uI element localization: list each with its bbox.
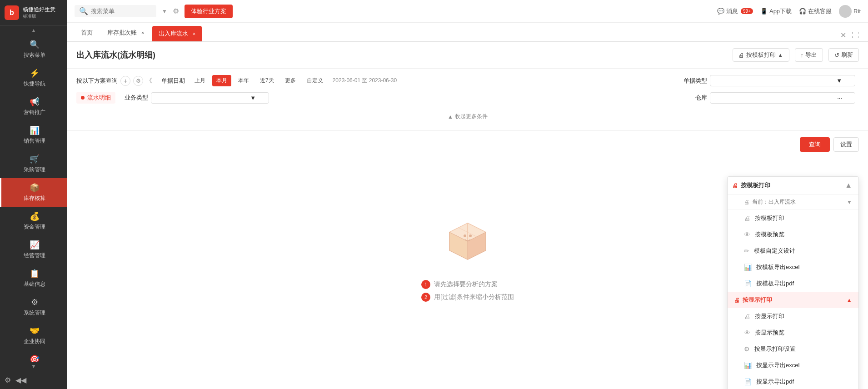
refresh-label: 刷新 [841,51,853,59]
marketing-icon: 📢 [30,97,40,107]
print-item-template-design[interactable]: ✏ 模板自定义设计 [728,243,858,259]
sidebar-scroll-up[interactable]: ▲ [0,26,67,35]
export-label: 导出 [805,51,817,59]
print-section-display[interactable]: 🖨 按显示打印 ▲ [728,292,858,308]
sidebar-item-system[interactable]: ⚙ 系统管理 [0,293,67,321]
tabs-right-btns: ✕ ⛶ [838,29,861,41]
date-btn-custom[interactable]: 自定义 [303,75,327,86]
tab-close-all-icon[interactable]: ✕ [838,29,848,41]
date-btn-7days[interactable]: 近7天 [256,75,278,86]
tab-inout-close-icon[interactable]: × [193,31,195,36]
sidebar-item-marketing[interactable]: 📢 营销推广 [0,92,67,121]
warehouse-select[interactable]: ··· [710,92,855,104]
date-btn-more[interactable]: 更多 [281,75,300,86]
sidebar-item-basic-info[interactable]: 📋 基础信息 [0,264,67,293]
basic-info-icon: 📋 [30,269,40,279]
date-btn-this-month[interactable]: 本月 [212,75,231,86]
filter-scheme-label: 按以下方案查询 + ⚙ 《 [76,76,152,86]
print-item-display-excel[interactable]: 📊 按显示导出excel [728,357,858,374]
date-btn-this-year[interactable]: 本年 [234,75,253,86]
step-1-num: 1 [421,280,430,289]
current-template-text: 当前：出入库流水 [752,198,796,206]
template-print-icon: 🖨 [744,214,750,222]
print-item-display-print[interactable]: 🖨 按显示打印 [728,308,858,324]
sidebar-item-finance[interactable]: 💰 资金管理 [0,207,67,235]
sidebar-item-guide[interactable]: 🎯 新手引导 [0,350,67,362]
template-pdf-label: 按模板导出pdf [756,279,794,288]
date-range-display: 2023-06-01 至 2023-06-30 [333,77,397,85]
print-dropdown-title: 🖨 按模板打印 [732,181,770,190]
topbar-chevron-icon[interactable]: ▼ [162,8,167,15]
print-item-display-settings[interactable]: ⚙ 按显示打印设置 [728,341,858,357]
customer-service-icon: 🎧 [799,8,806,15]
trial-btn[interactable]: 体验行业方案 [185,5,233,18]
sidebar-scroll-down[interactable]: ▼ [0,362,67,371]
settings-bottom-icon[interactable]: ⚙ [5,376,11,384]
inventory-icon: 📦 [30,183,40,193]
search-input[interactable] [91,8,150,15]
display-print-label: 按显示打印 [755,312,784,320]
app-download-btn[interactable]: 📱 App下载 [760,7,792,15]
step-2-text: 用[过滤]条件来缩小分析范围 [434,293,514,301]
page-title: 出入库流水(流水明细) [76,50,155,67]
sidebar-item-operations[interactable]: 📈 经营管理 [0,235,67,264]
tab-batch-account[interactable]: 库存批次账 × [101,25,150,41]
print-item-template-pdf[interactable]: 📄 按模板导出pdf [728,275,858,292]
sidebar-nav: 🔍 搜索菜单 ⚡ 快捷导航 📢 营销推广 📊 销售管理 🛒 采购管理 📦 库存核… [0,35,67,362]
print-dropdown-chevron-icon[interactable]: ▲ [845,181,852,190]
print-item-display-preview[interactable]: 👁 按显示预览 [728,324,858,341]
sidebar-item-enterprise[interactable]: 🤝 企业协同 [0,321,67,350]
display-settings-label: 按显示打印设置 [754,345,796,353]
user-avatar-area[interactable]: Rit [839,5,861,18]
tab-home[interactable]: 首页 [75,25,99,41]
set-btn[interactable]: 设置 [833,137,859,152]
biz-type-select[interactable]: ▼ [151,92,269,104]
tab-maximize-icon[interactable]: ⛶ [850,30,861,41]
collapse-sidebar-icon[interactable]: ◀◀ [15,376,26,384]
filter-collapse-icon[interactable]: 《 [146,77,152,85]
display-pdf-label: 按显示导出pdf [756,378,794,386]
date-btn-last-month[interactable]: 上月 [190,75,210,86]
filter-settings-btn[interactable]: ⚙ [133,76,143,86]
print-item-display-pdf[interactable]: 📄 按显示导出pdf [728,374,858,389]
tab-inout-flow[interactable]: 出入库流水 × [152,26,202,41]
guide-icon: 🎯 [30,354,40,362]
collapse-bar[interactable]: ▲ 收起更多条件 [76,109,859,124]
query-btn[interactable]: 查询 [800,137,830,152]
message-btn[interactable]: 💬 消息 99+ [717,7,753,15]
warehouse-filter: 仓库 ··· [695,92,855,104]
print-dropdown-title-text: 按模板打印 [741,181,770,190]
doc-type-select[interactable]: ▼ [710,75,855,86]
biz-type-chevron-icon: ▼ [250,95,256,101]
current-chevron-icon[interactable]: ▼ [847,199,852,205]
template-excel-label: 按模板导出excel [756,263,799,271]
refresh-btn[interactable]: ↺ 刷新 [828,48,859,62]
message-icon: 💬 [717,8,724,15]
print-item-template-print[interactable]: 🖨 按模板打印 [728,210,858,226]
sidebar-item-label: 采购管理 [24,166,45,174]
sidebar-item-purchase[interactable]: 🛒 采购管理 [0,150,67,178]
topbar-gear-icon[interactable]: ⚙ [173,7,179,15]
sidebar-item-search[interactable]: 🔍 搜索菜单 [0,35,67,64]
template-pdf-icon: 📄 [744,280,752,287]
app-name: 畅捷通好生意 [23,6,55,14]
biz-type-label: 业务类型 [125,94,148,102]
tab-batch-close-icon[interactable]: × [141,30,144,35]
topbar-search-box[interactable]: 🔍 [75,5,156,17]
print-item-template-excel[interactable]: 📊 按模板导出excel [728,259,858,275]
app-download-label: App下载 [769,7,792,15]
customer-service-btn[interactable]: 🎧 在线客服 [799,7,832,15]
sidebar-item-label: 经营管理 [24,252,45,259]
sidebar-item-sales[interactable]: 📊 销售管理 [0,121,67,150]
sidebar-item-inventory[interactable]: 📦 库存核算 [0,178,67,207]
print-template-btn[interactable]: 🖨 按模板打印 ▲ [733,48,789,62]
doc-type-filter: 单据类型 ▼ [683,75,855,86]
export-btn[interactable]: ↑ 导出 [795,48,823,62]
filter-add-btn[interactable]: + [120,76,130,86]
sidebar-logo: b 畅捷通好生意 标准版 [0,0,67,26]
template-design-icon: ✏ [744,247,749,254]
active-tag-filter: 流水明细 [76,92,115,104]
sidebar-item-quicknav[interactable]: ⚡ 快捷导航 [0,64,67,92]
topbar-right: 💬 消息 99+ 📱 App下载 🎧 在线客服 Rit [717,5,861,18]
print-item-template-preview[interactable]: 👁 按模板预览 [728,226,858,243]
